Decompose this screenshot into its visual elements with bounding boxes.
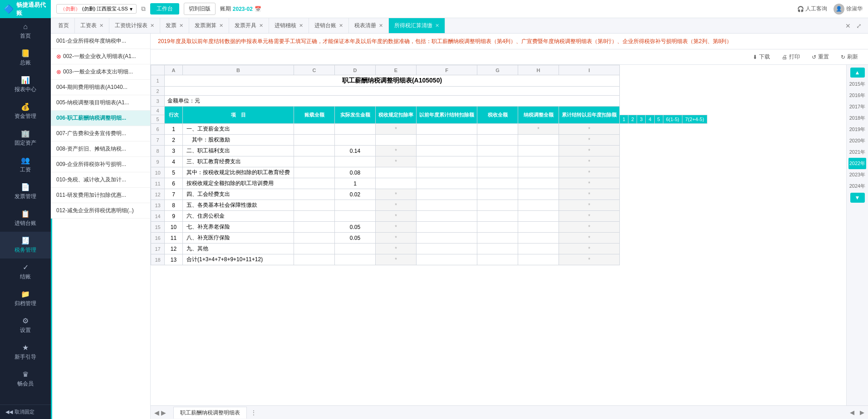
cell-6-3[interactable]	[417, 178, 477, 189]
cell-3-6[interactable]: *	[559, 146, 620, 156]
cell-6-6[interactable]: *	[559, 178, 620, 189]
table-container[interactable]: A B C D E F G H I 1职工薪酬纳税调整明细表(A	[151, 65, 846, 405]
cell-12-2[interactable]: *	[376, 244, 417, 254]
cell-8-3[interactable]	[417, 200, 477, 211]
cell-10-5[interactable]	[518, 222, 559, 233]
left-panel-item-003[interactable]: ⊗003-一般企业成本支出明细...	[51, 64, 150, 80]
cell-7-1[interactable]: 0.02	[335, 189, 376, 200]
tab-进销台账[interactable]: 进销台账✕	[309, 18, 349, 34]
cell-10-3[interactable]	[417, 222, 477, 233]
cell-9-0[interactable]	[294, 211, 335, 222]
cell-3-1[interactable]: 0.14	[335, 146, 376, 156]
left-panel-item-010[interactable]: 010-免税、减计收入及加计...	[51, 172, 150, 188]
year-item-2023[interactable]: 2023年	[848, 169, 866, 180]
cell-11-0[interactable]	[294, 233, 335, 244]
cancel-fixed-btn[interactable]: ◀◀ 取消固定	[0, 405, 51, 419]
tab-close-icon[interactable]: ✕	[179, 23, 183, 29]
sidebar-item-general-ledger[interactable]: 📒总账	[0, 44, 51, 71]
calendar-icon[interactable]: 📅	[255, 6, 261, 12]
left-panel-item-012[interactable]: 012-减免企业所得税优惠明细(..)	[51, 203, 150, 219]
tab-close-icon[interactable]: ✕	[339, 23, 343, 29]
cell-8-5[interactable]	[518, 200, 559, 211]
cell-1-5[interactable]: *	[518, 124, 559, 135]
tab-close-icon[interactable]: ✕	[435, 23, 439, 29]
tab-close-icon[interactable]: ✕	[99, 23, 103, 29]
cell-9-6[interactable]: *	[559, 211, 620, 222]
bottom-tab[interactable]: 职工薪酬纳税调整明细表	[173, 407, 247, 419]
sidebar-item-tax[interactable]: 🧾税务管理	[0, 232, 51, 258]
cell-2-2[interactable]	[376, 135, 417, 146]
cell-10-1[interactable]: 0.05	[335, 222, 376, 233]
cell-10-0[interactable]	[294, 222, 335, 233]
year-item-2020[interactable]: 2020年	[848, 135, 866, 146]
cell-8-6[interactable]: *	[559, 200, 620, 211]
left-panel-item-005[interactable]: 005-纳税调整项目明细表(A1...	[51, 95, 150, 111]
tab-close-icon[interactable]: ✕	[150, 23, 154, 29]
left-panel-item-004[interactable]: 004-期间费用明细表(A1040...	[51, 80, 150, 95]
cell-12-0[interactable]	[294, 244, 335, 254]
cell-6-1[interactable]: 1	[335, 178, 376, 189]
workbench-button[interactable]: 工作台	[150, 3, 179, 15]
cell-1-6[interactable]: *	[559, 124, 620, 135]
cell-4-2[interactable]: *	[376, 156, 417, 167]
service-btn[interactable]: 🎧 人工客询	[797, 5, 827, 13]
cell-8-2[interactable]: *	[376, 200, 417, 211]
cell-9-2[interactable]: *	[376, 211, 417, 222]
cell-13-0[interactable]	[294, 254, 335, 265]
cell-2-1[interactable]	[335, 135, 376, 146]
old-version-button[interactable]: 切到旧版	[184, 3, 216, 15]
cell-5-0[interactable]	[294, 167, 335, 178]
left-panel-item-001[interactable]: 001-企业所得税年度纳税申...	[51, 34, 150, 49]
cell-10-6[interactable]: *	[559, 222, 620, 233]
cell-8-1[interactable]	[335, 200, 376, 211]
cell-2-4[interactable]	[477, 135, 518, 146]
sidebar-item-payroll[interactable]: 👥工资	[0, 151, 51, 178]
cell-1-4[interactable]	[477, 124, 518, 135]
cell-6-2[interactable]	[376, 178, 417, 189]
left-panel-item-011[interactable]: 011-研发费用加计扣除优惠...	[51, 188, 150, 203]
close-window-icon[interactable]: ✕	[843, 21, 853, 30]
cell-10-2[interactable]: *	[376, 222, 417, 233]
tab-close-icon[interactable]: ✕	[219, 23, 223, 29]
tab-工资统计报表[interactable]: 工资统计报表✕	[109, 18, 160, 34]
sheet-options-icon[interactable]: ⋮	[250, 409, 257, 416]
cell-4-4[interactable]	[477, 156, 518, 167]
year-item-2019[interactable]: 2019年	[848, 124, 866, 135]
sidebar-item-invoice[interactable]: 📄发票管理	[0, 178, 51, 205]
year-scroll-down[interactable]: ▼	[850, 193, 865, 203]
cell-1-2[interactable]: *	[376, 124, 417, 135]
cell-13-6[interactable]: *	[559, 254, 620, 265]
cell-13-2[interactable]: *	[376, 254, 417, 265]
cell-7-3[interactable]	[417, 189, 477, 200]
refresh-button[interactable]: ↻刷新	[838, 52, 861, 62]
cell-4-0[interactable]	[294, 156, 335, 167]
tab-工资表[interactable]: 工资表✕	[75, 18, 109, 34]
cell-2-6[interactable]: *	[559, 135, 620, 146]
sidebar-item-close[interactable]: ✓结账	[0, 258, 51, 285]
cell-2-3[interactable]	[417, 135, 477, 146]
print-button[interactable]: 🖨打印	[779, 52, 803, 62]
cell-4-3[interactable]	[417, 156, 477, 167]
tab-close-icon[interactable]: ✕	[259, 23, 263, 29]
year-item-2016[interactable]: 2016年	[848, 90, 866, 101]
cell-1-3[interactable]	[417, 124, 477, 135]
cell-2-0[interactable]	[294, 135, 335, 146]
cell-12-3[interactable]	[417, 244, 477, 254]
left-panel-item-007[interactable]: 007-广告费和业务宣传费明...	[51, 126, 150, 141]
cell-5-2[interactable]	[376, 167, 417, 178]
year-item-2018[interactable]: 2018年	[848, 112, 866, 124]
sidebar-item-report-center[interactable]: 📊报表中心	[0, 71, 51, 98]
year-item-2015[interactable]: 2015年	[848, 78, 866, 90]
cell-13-3[interactable]	[417, 254, 477, 265]
cell-13-5[interactable]	[518, 254, 559, 265]
year-scroll-up[interactable]: ▲	[850, 68, 865, 78]
cell-7-6[interactable]: *	[559, 189, 620, 200]
cell-5-4[interactable]	[477, 167, 518, 178]
tab-所得税汇算清缴[interactable]: 所得税汇算清缴✕	[389, 18, 445, 34]
cell-11-2[interactable]: *	[376, 233, 417, 244]
reset-button[interactable]: ↺重置	[809, 52, 832, 62]
cell-12-1[interactable]	[335, 244, 376, 254]
year-item-2022[interactable]: 2022年	[848, 158, 866, 169]
tab-close-icon[interactable]: ✕	[379, 23, 383, 29]
cell-11-4[interactable]	[477, 233, 518, 244]
